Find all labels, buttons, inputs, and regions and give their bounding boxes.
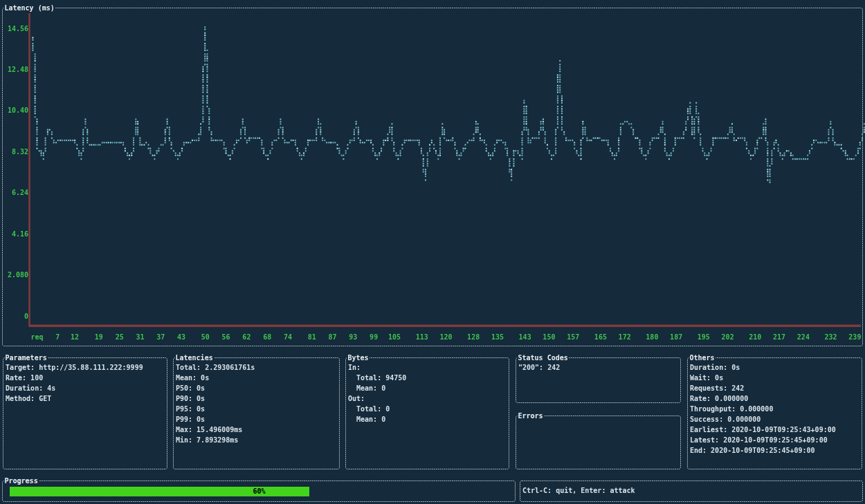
bytes-line: In: — [348, 362, 361, 373]
x-tick-label: 135 — [491, 332, 504, 342]
others-title: Others — [689, 353, 716, 363]
parameters-line: Duration: 4s — [6, 383, 55, 393]
latency-chart-panel: Latency (ms) 14.5612.4810.408.326.244.16… — [2, 8, 863, 346]
bytes-line: Out: — [348, 393, 365, 404]
status_codes-line: "200": 242 — [518, 362, 560, 373]
x-tick-label: 25 — [116, 332, 124, 342]
x-tick-label: 232 — [825, 332, 837, 342]
parameters-line: Rate: 100 — [6, 373, 43, 383]
x-tick-label: 31 — [136, 332, 144, 342]
parameters-line: Target: http://35.88.111.222:9999 — [6, 362, 143, 373]
progress-title: Progress — [4, 476, 39, 486]
x-axis-unit-label: req — [31, 332, 44, 342]
y-tick-label: 8.32 — [3, 147, 28, 157]
bytes-line: Total: 94750 — [348, 373, 406, 383]
latencies-line: P90: 0s — [176, 393, 205, 404]
others-line: Success: 0.000000 — [690, 414, 761, 424]
y-tick-label: 10.40 — [3, 105, 28, 115]
latencies-title: Latencies — [175, 353, 214, 363]
latencies-line: P99: 0s — [176, 414, 205, 424]
screen: Latency (ms) 14.5612.4810.408.326.244.16… — [0, 0, 865, 504]
progress-panel: Progress 60% — [2, 480, 516, 502]
latencies-line: P50: 0s — [176, 383, 205, 393]
others-line: Throughput: 0.000000 — [690, 404, 773, 414]
x-tick-label: 165 — [594, 332, 607, 342]
x-tick-label: 143 — [519, 332, 531, 342]
x-tick-label: 93 — [349, 332, 357, 342]
y-tick-label: 0 — [3, 311, 28, 321]
latencies-line: Min: 7.893298ms — [176, 435, 238, 445]
x-tick-label: 172 — [619, 332, 631, 342]
status-codes-title: Status Codes — [518, 353, 569, 363]
y-tick-label: 6.24 — [3, 187, 28, 198]
x-tick-label: 56 — [222, 332, 230, 342]
x-tick-label: 150 — [543, 332, 555, 342]
x-tick-label: 210 — [749, 332, 761, 342]
x-tick-label: 120 — [439, 332, 452, 342]
x-tick-label: 180 — [646, 332, 658, 342]
latencies-line: Max: 15.496009ms — [176, 424, 242, 435]
latencies-line: Total: 2.293061761s — [176, 362, 255, 373]
errors-title: Errors — [518, 411, 544, 421]
x-tick-label: 113 — [416, 332, 428, 342]
y-tick-label: 14.56 — [3, 24, 28, 34]
x-tick-label: 195 — [698, 332, 710, 342]
y-tick-label: 12.48 — [3, 64, 28, 75]
x-tick-label: 7 — [55, 332, 60, 342]
chart-title: Latency (ms) — [4, 3, 55, 13]
others-panel: Others Duration: 0s Wait: 0s Requests: 2… — [687, 357, 862, 469]
others-line: Duration: 0s — [690, 362, 740, 373]
others-line: Earliest: 2020-10-09T09:25:43+09:00 — [690, 424, 836, 435]
x-tick-label: 62 — [242, 332, 251, 342]
x-tick-label: 217 — [773, 332, 785, 342]
x-tick-label: 81 — [308, 332, 316, 342]
x-tick-label: 99 — [370, 332, 378, 342]
x-tick-label: 43 — [177, 332, 185, 342]
parameters-line: Method: GET — [6, 393, 51, 404]
x-tick-label: 239 — [848, 332, 861, 342]
bytes-line: Mean: 0 — [348, 414, 385, 424]
help-text: Ctrl-C: quit, Enter: attack — [522, 485, 635, 496]
x-tick-label: 187 — [670, 332, 682, 342]
bytes-panel: Bytes In: Total: 94750 Mean: 0 Out: Tota… — [345, 357, 509, 469]
latencies-line: Mean: 0s — [176, 373, 209, 383]
latencies-line: P95: 0s — [176, 404, 205, 414]
parameters-panel: Parameters Target: http://35.88.111.222:… — [3, 357, 167, 469]
progress-gauge-label: 60% — [253, 486, 266, 496]
latencies-panel: Latencies Total: 2.293061761s Mean: 0s P… — [173, 357, 340, 469]
x-tick-label: 19 — [95, 332, 103, 342]
help-panel: Ctrl-C: quit, Enter: attack — [520, 480, 863, 502]
x-tick-label: 37 — [156, 332, 165, 342]
y-tick-label: 2.080 — [3, 270, 28, 280]
bytes-line: Mean: 0 — [348, 383, 385, 393]
others-line: End: 2020-10-09T09:25:45+09:00 — [690, 445, 815, 456]
parameters-title: Parameters — [5, 353, 48, 363]
x-tick-label: 87 — [329, 332, 337, 342]
errors-panel: Errors — [516, 416, 681, 469]
others-line: Wait: 0s — [690, 373, 723, 383]
x-tick-label: 68 — [263, 332, 271, 342]
x-tick-label: 12 — [71, 332, 79, 342]
x-tick-label: 74 — [284, 332, 292, 342]
x-tick-label: 202 — [722, 332, 734, 342]
y-tick-label: 4.16 — [3, 229, 28, 239]
others-line: Latest: 2020-10-09T09:25:45+09:00 — [690, 435, 828, 445]
bytes-line: Total: 0 — [348, 404, 390, 414]
x-tick-label: 50 — [201, 332, 210, 342]
status-codes-panel: Status Codes "200": 242 — [516, 357, 681, 403]
others-line: Requests: 242 — [690, 383, 744, 393]
bytes-title: Bytes — [347, 353, 370, 363]
x-tick-label: 105 — [388, 332, 401, 342]
x-tick-label: 157 — [567, 332, 579, 342]
others-line: Rate: 0.000000 — [690, 393, 748, 404]
x-tick-label: 224 — [797, 332, 810, 342]
x-tick-label: 128 — [467, 332, 480, 342]
